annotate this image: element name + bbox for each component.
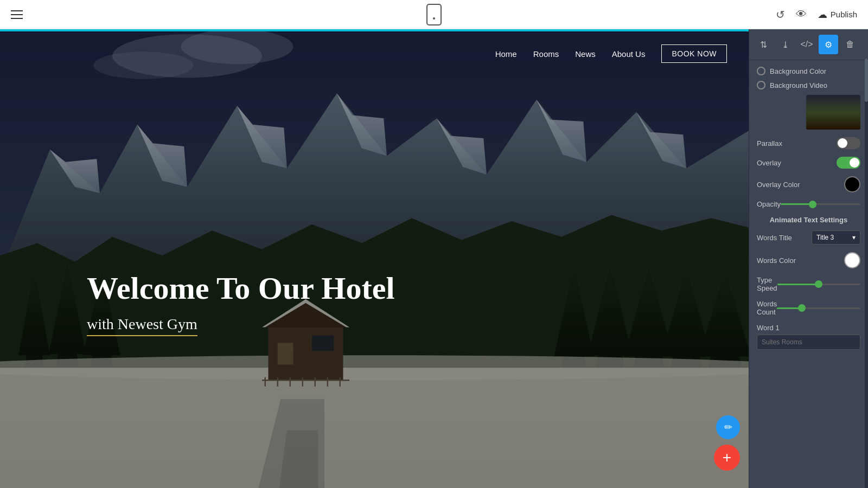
fab-add-button[interactable]: + [714, 445, 740, 471]
publish-cloud-icon: ☁ [818, 9, 827, 21]
preview-icon[interactable]: 👁 [796, 8, 807, 21]
hero-scene-svg [0, 29, 749, 488]
dropdown-chevron-icon: ▾ [852, 234, 856, 241]
panel-scrollbar[interactable] [865, 59, 868, 488]
parallax-row: Parallax [757, 137, 860, 149]
word-1-input[interactable] [757, 335, 860, 350]
panel-code-button[interactable]: </> [797, 35, 816, 54]
mobile-preview-icon[interactable] [426, 4, 442, 25]
words-color-row: Words Color [757, 252, 860, 268]
panel-toolbar: ⇅ ⤓ </> ⚙ 🗑 [749, 29, 868, 60]
bg-color-option[interactable]: Background Color [757, 67, 860, 75]
toolbar-right: ↺ 👁 ☁ Publish [776, 8, 857, 21]
nav-news[interactable]: News [575, 49, 596, 59]
overlay-row: Overlay [757, 157, 860, 169]
right-panel: ⇅ ⤓ </> ⚙ 🗑 Background Color Background … [749, 29, 868, 488]
overlay-color-swatch[interactable] [844, 176, 860, 192]
words-count-slider[interactable] [777, 307, 860, 309]
panel-delete-button[interactable]: 🗑 [840, 35, 860, 54]
type-speed-label: TypeSpeed [757, 276, 777, 292]
words-color-label: Words Color [757, 256, 796, 265]
words-title-value: Title 3 [816, 234, 834, 241]
book-now-button[interactable]: BOOK NOW [661, 44, 727, 63]
canvas-top-border [0, 29, 749, 31]
publish-label: Publish [831, 10, 857, 19]
bg-video-option[interactable]: Background Video [757, 81, 860, 89]
hero-text-block: Welcome To Our Hotel with Newest Gym [87, 271, 395, 336]
words-count-label: WordsCount [757, 300, 777, 316]
panel-settings-button[interactable]: ⚙ [819, 35, 838, 54]
type-speed-row: TypeSpeed [757, 276, 860, 292]
word-1-label: Word 1 [757, 324, 860, 332]
words-count-row: WordsCount [757, 300, 860, 316]
nav-rooms[interactable]: Rooms [533, 49, 559, 59]
bg-color-label: Background Color [770, 67, 826, 75]
bg-video-label: Background Video [770, 81, 827, 89]
hero-background: Home Rooms News About Us BOOK NOW Welcom… [0, 29, 749, 488]
publish-button[interactable]: ☁ Publish [818, 9, 857, 21]
parallax-toggle[interactable] [837, 137, 860, 149]
top-toolbar: ↺ 👁 ☁ Publish [0, 0, 868, 29]
svg-rect-46 [0, 29, 749, 488]
nav-home[interactable]: Home [495, 49, 517, 59]
words-color-swatch[interactable] [844, 252, 860, 268]
animated-text-section-title: Animated Text Settings [757, 216, 860, 224]
overlay-color-row: Overlay Color [757, 176, 860, 192]
fab-edit-button[interactable]: ✏ [716, 415, 740, 439]
bg-video-radio[interactable] [757, 81, 765, 89]
overlay-color-label: Overlay Color [757, 181, 800, 189]
main-area: Home Rooms News About Us BOOK NOW Welcom… [0, 29, 868, 488]
hero-nav: Home Rooms News About Us BOOK NOW [0, 29, 749, 78]
opacity-slider[interactable] [781, 203, 860, 205]
toolbar-center [426, 4, 442, 25]
opacity-row: Opacity [757, 200, 860, 208]
parallax-label: Parallax [757, 139, 782, 147]
panel-download-button[interactable]: ⤓ [775, 35, 795, 54]
hamburger-menu[interactable] [11, 10, 23, 19]
words-title-label: Words Title [757, 234, 792, 242]
words-title-row: Words Title Title 3 ▾ [757, 230, 860, 245]
opacity-label: Opacity [757, 200, 781, 208]
panel-content: Background Color Background Video Parall… [749, 60, 868, 488]
overlay-label: Overlay [757, 159, 781, 167]
toolbar-left [11, 10, 23, 19]
type-speed-slider[interactable] [777, 284, 860, 285]
canvas: Home Rooms News About Us BOOK NOW Welcom… [0, 29, 749, 488]
hero-subtitle: with Newest Gym [87, 316, 197, 336]
panel-scrollbar-thumb [865, 59, 868, 102]
overlay-toggle[interactable] [837, 157, 860, 169]
hero-title: Welcome To Our Hotel [87, 271, 395, 306]
undo-icon[interactable]: ↺ [776, 8, 785, 21]
bg-thumbnail [806, 95, 860, 130]
panel-reorder-button[interactable]: ⇅ [754, 35, 773, 54]
words-title-dropdown[interactable]: Title 3 ▾ [812, 230, 860, 245]
bg-color-radio[interactable] [757, 67, 765, 75]
nav-about[interactable]: About Us [612, 49, 646, 59]
